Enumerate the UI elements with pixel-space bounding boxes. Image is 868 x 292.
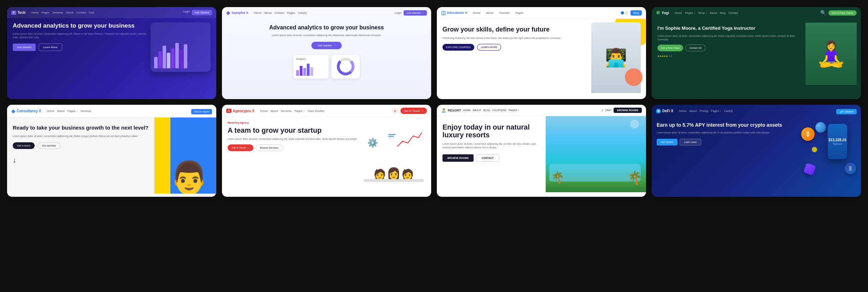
consult-nav-links: Home About Pages ↓ Services xyxy=(47,109,91,113)
defi-nav-about[interactable]: About xyxy=(689,109,697,113)
card-defi: ◈ DeFi X Home About Pricing Pages ↓ Cart… xyxy=(652,105,861,197)
agency-touch-button[interactable]: Get In Touch → xyxy=(228,144,253,151)
resort-contact-button[interactable]: CONTACT xyxy=(476,154,499,162)
saas-cta-hero-button[interactable]: Get started → xyxy=(311,42,342,49)
saas-cta-button[interactable]: Get started → xyxy=(404,10,427,16)
resort-cart-label[interactable]: 🛒 CART xyxy=(601,109,611,112)
resort-nav-pages[interactable]: PAGES + xyxy=(509,109,519,111)
tech-login[interactable]: Login xyxy=(183,10,190,15)
yogi-class-button[interactable]: Get a Free Class xyxy=(657,45,683,51)
tech-logo-icon: T xyxy=(11,11,16,15)
yogi-nav-blog[interactable]: Blog xyxy=(720,11,726,15)
saas-nav-cart[interactable]: Cart(0) xyxy=(298,11,307,15)
yogi-cta-button[interactable]: Get a Free Class xyxy=(828,10,857,16)
edu-nav-links: Home About Courses Pages xyxy=(470,11,523,15)
consult-nav-home[interactable]: Home xyxy=(47,109,54,113)
yogi-nav-pages[interactable]: Pages ↓ xyxy=(685,11,695,15)
saas-bar-4 xyxy=(307,64,310,76)
defi-nav-pricing[interactable]: Pricing xyxy=(699,109,708,113)
defi-small-coin xyxy=(812,147,817,152)
resort-nav-home[interactable]: HOME xyxy=(463,109,471,111)
saas-nav-about[interactable]: About xyxy=(264,11,272,15)
tech-learn-more-button[interactable]: Learn More xyxy=(39,44,62,51)
consult-nav-services[interactable]: Services xyxy=(81,109,92,113)
yogi-nav-contact[interactable]: Contact xyxy=(728,11,738,15)
defi-logo-text: DeFi X xyxy=(662,109,673,113)
agency-nav-pages[interactable]: Pages ↓ xyxy=(294,109,305,113)
defi-nav-home[interactable]: Home xyxy=(679,109,686,113)
consult-person: 👨 xyxy=(162,162,216,194)
edu-nav-pages[interactable]: Pages xyxy=(515,11,523,15)
tech-nav-about[interactable]: About xyxy=(66,11,74,14)
agency-person1-icon: 🧑 xyxy=(374,168,386,180)
resort-sun xyxy=(630,120,639,128)
edu-logo: ◫ Educatonic X xyxy=(441,10,467,16)
agency-chart-svg xyxy=(397,131,422,148)
tech-nav-sections[interactable]: Sections xyxy=(52,11,63,14)
resort-browse-button[interactable]: BROWSE ROOMS xyxy=(614,108,642,113)
saas-nav-contact[interactable]: Contact xyxy=(275,11,285,15)
tech-get-started-button[interactable]: Get Started xyxy=(13,44,36,51)
consult-services-button[interactable]: Our services xyxy=(37,142,60,149)
agency-nav-about[interactable]: About xyxy=(271,109,278,113)
consult-hero: Ready to take your business growth to th… xyxy=(7,118,216,194)
agency-cta-button[interactable]: Get In Touch → xyxy=(400,108,427,114)
edu-nav-home[interactable]: Home xyxy=(473,11,480,15)
defi-balance: $13,328.24 xyxy=(828,138,846,142)
defi-started-button[interactable]: Get started xyxy=(657,139,678,145)
card-yogi: ❋ Yogi Home Pages ↓ Shop ↓ About Blog Co… xyxy=(652,7,861,99)
resort-nav-locations[interactable]: LOCATIONS xyxy=(492,109,506,111)
resort-nav-blog[interactable]: BLOG xyxy=(483,109,490,111)
edu-nav-about[interactable]: About xyxy=(486,11,493,15)
defi-hero-left: Earn up to 5.7% APY interest from your c… xyxy=(657,122,797,183)
resort-nav-links: HOME ABOUT BLOG LOCATIONS PAGES + xyxy=(463,109,519,111)
edu-hero-btns: EXPLORE COURSES LEARN MORE xyxy=(442,44,580,51)
defi-nav-pages[interactable]: Pages ↓ xyxy=(711,109,721,113)
saas-login[interactable]: Login xyxy=(395,11,402,15)
edu-blog-button[interactable]: Blog xyxy=(631,10,642,16)
yogi-nav-home[interactable]: Home xyxy=(675,11,682,15)
resort-logo-icon: 🏝️ xyxy=(441,108,446,113)
defi-nav-cart[interactable]: Cart(0) xyxy=(724,109,733,113)
yogi-hero: I'm Sophie Moore, a Certified Yoga Instr… xyxy=(652,18,861,89)
tech-cta-button[interactable]: Get Started xyxy=(192,10,212,15)
yogi-search-icon[interactable]: 🔍 xyxy=(820,10,826,16)
agency-nav-cases[interactable]: Case Studies xyxy=(307,109,324,113)
agency-nav-home[interactable]: Home xyxy=(260,109,268,113)
agency-nav-services[interactable]: Services xyxy=(281,109,292,113)
consult-touch-button[interactable]: Get in touch xyxy=(13,142,35,149)
defi-cta-button[interactable]: get started xyxy=(836,109,857,114)
tech-nav-pages[interactable]: Pages xyxy=(41,11,49,14)
edu-nav-courses[interactable]: Courses xyxy=(499,11,510,15)
yogi-hero-body: Lorem ipsum dolor sit amet, consectetur … xyxy=(657,34,800,41)
tech-logo-text: Tech xyxy=(18,11,26,15)
resort-hero-left: Enjoy today in our natural luxury resort… xyxy=(437,116,546,192)
bar-3 xyxy=(163,46,166,68)
saas-nav-btns: Login Get started → xyxy=(395,10,427,16)
resort-nav-about[interactable]: ABOUT xyxy=(473,109,481,111)
consult-nav-about[interactable]: About xyxy=(57,109,65,113)
consult-nav-pages[interactable]: Pages ↓ xyxy=(68,109,78,113)
edu-explore-button[interactable]: EXPLORE COURSES xyxy=(442,44,474,51)
card-consultancy: ◈ Consultancy X Home About Pages ↓ Servi… xyxy=(7,105,216,197)
saas-mini-chart1: Analytics xyxy=(293,55,329,79)
yogi-nav-about[interactable]: About xyxy=(710,11,717,15)
yogi-nav-shop[interactable]: Shop ↓ xyxy=(698,11,707,15)
defi-hero-right: $13,328.24 Balance ₿ Ξ xyxy=(799,122,856,183)
edu-learn-button[interactable]: LEARN MORE xyxy=(477,44,501,51)
tech-nav-contact[interactable]: Contact xyxy=(76,11,86,14)
saas-nav-pages[interactable]: Pages xyxy=(287,11,295,15)
saas-nav-home[interactable]: Home xyxy=(254,11,262,15)
tech-bars xyxy=(154,40,207,68)
resort-rooms-button[interactable]: BROWSE ROOMS xyxy=(442,154,474,162)
tech-nav-cart[interactable]: Cart xyxy=(89,11,94,14)
yogi-navbar: ❋ Yogi Home Pages ↓ Shop ↓ About Blog Co… xyxy=(652,7,861,18)
defi-balance-label: Balance xyxy=(833,143,842,145)
saas-logo: ◈ Saasplex X xyxy=(226,10,248,16)
tech-nav-links: Home Pages Sections About Contact Cart xyxy=(31,11,94,14)
consult-cta-button[interactable]: Get in touch xyxy=(191,109,212,114)
yogi-contact-button[interactable]: Contact Me xyxy=(685,45,706,51)
agency-browse-button[interactable]: Browse Services xyxy=(256,144,283,151)
tech-nav-home[interactable]: Home xyxy=(31,11,39,14)
defi-learn-button[interactable]: Learn more xyxy=(680,139,702,145)
